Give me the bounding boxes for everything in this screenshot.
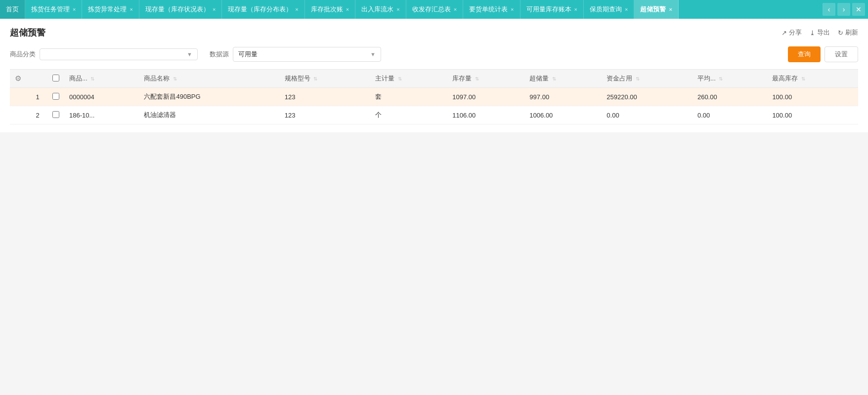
refresh-button[interactable]: ↻ 刷新 xyxy=(838,28,858,37)
col-overstock-qty[interactable]: 超储量 ⇅ xyxy=(524,70,602,88)
nav-receive-send[interactable]: 收发存汇总表 × xyxy=(406,0,463,19)
nav-exception[interactable]: 拣货异常处理 × xyxy=(82,0,139,19)
nav-stock-status-close[interactable]: × xyxy=(213,6,216,12)
nav-task-mgmt-label: 拣货任务管理 xyxy=(31,5,70,14)
export-icon: ⤓ xyxy=(810,29,815,37)
page-title: 超储预警 xyxy=(10,27,45,39)
row-avg-cell: 0.00 xyxy=(693,106,767,124)
row-unit-cell: 个 xyxy=(370,106,447,124)
sort-max-stock-icon: ⇅ xyxy=(801,76,805,81)
row-capital-cell: 0.00 xyxy=(602,106,693,124)
row-stock-qty-cell: 1106.00 xyxy=(447,106,524,124)
page-header: 超储预警 ↗ 分享 ⤓ 导出 ↻ 刷新 xyxy=(10,27,858,39)
nav-quality-date[interactable]: 保质期查询 × xyxy=(584,0,634,19)
nav-home-label: 首页 xyxy=(6,5,19,14)
nav-controls: ‹ › ✕ xyxy=(823,3,868,16)
col-checkbox xyxy=(47,70,64,88)
settings-button[interactable]: 设置 xyxy=(825,46,858,62)
query-button[interactable]: 查询 xyxy=(788,46,821,62)
col-avg[interactable]: 平均... ⇅ xyxy=(693,70,767,88)
datasource-filter-label: 数据源 xyxy=(210,50,229,59)
col-stock-qty[interactable]: 库存量 ⇅ xyxy=(447,70,524,88)
sort-unit-icon: ⇅ xyxy=(398,76,402,81)
nav-inout-flow-label: 出入库流水 xyxy=(361,5,393,14)
row-stock-qty-cell: 1097.00 xyxy=(447,88,524,106)
datasource-filter: 数据源 可用量 ▼ xyxy=(210,47,381,62)
col-product-code[interactable]: 商品... ⇅ xyxy=(64,70,139,88)
nav-order-stat-label: 要货单统计表 xyxy=(469,5,508,14)
nav-overstock-close[interactable]: × xyxy=(669,6,672,12)
header-actions: ↗ 分享 ⤓ 导出 ↻ 刷新 xyxy=(781,28,858,37)
refresh-label: 刷新 xyxy=(845,28,858,37)
category-select[interactable]: ▼ xyxy=(40,48,198,60)
nav-exception-label: 拣货异常处理 xyxy=(88,5,127,14)
table-header-row: ⚙ 商品... ⇅ 商品名称 ⇅ 规格型号 ⇅ xyxy=(10,70,858,88)
col-capital[interactable]: 资金占用 ⇅ xyxy=(602,70,693,88)
nav-order-stat[interactable]: 要货单统计表 × xyxy=(463,0,520,19)
nav-available-close[interactable]: × xyxy=(574,6,577,12)
col-product-name-label: 商品名称 xyxy=(144,75,170,82)
datasource-select-value: 可用量 xyxy=(238,50,258,59)
row-unit-cell: 套 xyxy=(370,88,447,106)
nav-inout-flow[interactable]: 出入库流水 × xyxy=(355,0,406,19)
category-filter: 商品分类 ▼ xyxy=(10,48,198,60)
row-max-stock-cell: 100.00 xyxy=(767,106,858,124)
chevron-down-icon: ▼ xyxy=(187,51,192,57)
datasource-chevron-icon: ▼ xyxy=(370,51,376,57)
nav-stock-status[interactable]: 现存量（库存状况表） × xyxy=(139,0,222,19)
nav-stock-dist-close[interactable]: × xyxy=(295,6,298,12)
row-gear-cell xyxy=(10,88,28,106)
nav-batch-close[interactable]: × xyxy=(346,6,349,12)
sort-overstock-qty-icon: ⇅ xyxy=(552,76,556,81)
nav-home[interactable]: 首页 xyxy=(0,0,25,19)
share-button[interactable]: ↗ 分享 xyxy=(781,28,802,37)
nav-inout-flow-close[interactable]: × xyxy=(396,6,399,12)
row-overstock-qty-cell: 997.00 xyxy=(524,88,602,106)
nav-stock-dist-label: 现存量（库存分布表） xyxy=(228,5,292,14)
nav-prev-button[interactable]: ‹ xyxy=(823,3,835,16)
row-no-cell: 1 xyxy=(28,88,47,106)
datasource-select[interactable]: 可用量 ▼ xyxy=(233,47,381,62)
export-label: 导出 xyxy=(817,28,830,37)
row-checkbox-cell xyxy=(47,106,64,124)
row-capital-cell: 259220.00 xyxy=(602,88,693,106)
share-label: 分享 xyxy=(789,28,802,37)
sort-product-code-icon: ⇅ xyxy=(90,76,94,81)
nav-exception-close[interactable]: × xyxy=(130,6,132,12)
row-checkbox[interactable] xyxy=(52,111,59,118)
col-unit-label: 主计量 xyxy=(375,75,394,82)
row-no-cell: 2 xyxy=(28,106,47,124)
row-gear-cell xyxy=(10,106,28,124)
row-checkbox[interactable] xyxy=(52,93,59,100)
nav-batch[interactable]: 库存批次账 × xyxy=(305,0,355,19)
export-button[interactable]: ⤓ 导出 xyxy=(810,28,830,37)
nav-order-stat-close[interactable]: × xyxy=(511,6,514,12)
col-overstock-qty-label: 超储量 xyxy=(529,75,549,82)
col-spec-label: 规格型号 xyxy=(285,75,310,82)
settings-icon[interactable]: ⚙ xyxy=(15,74,21,82)
select-all-checkbox[interactable] xyxy=(52,75,59,81)
nav-task-mgmt[interactable]: 拣货任务管理 × xyxy=(25,0,82,19)
col-stock-qty-label: 库存量 xyxy=(452,75,472,82)
nav-quality-date-label: 保质期查询 xyxy=(590,5,622,14)
col-max-stock[interactable]: 最高库存 ⇅ xyxy=(767,70,858,88)
sort-stock-qty-icon: ⇅ xyxy=(475,76,479,81)
table-row: 2 186-10... 机油滤清器 123 个 1106.00 1006.00 … xyxy=(10,106,858,124)
nav-next-button[interactable]: › xyxy=(837,3,850,16)
sort-capital-icon: ⇅ xyxy=(636,76,640,81)
row-avg-cell: 260.00 xyxy=(693,88,767,106)
nav-available[interactable]: 可用量库存账本 × xyxy=(521,0,584,19)
col-capital-label: 资金占用 xyxy=(607,75,632,82)
nav-close-all-button[interactable]: ✕ xyxy=(852,3,865,16)
col-product-name[interactable]: 商品名称 ⇅ xyxy=(139,70,279,88)
col-unit[interactable]: 主计量 ⇅ xyxy=(370,70,447,88)
nav-overstock[interactable]: 超储预警 × xyxy=(634,0,678,19)
row-overstock-qty-cell: 1006.00 xyxy=(524,106,602,124)
row-product-code-cell: 0000004 xyxy=(64,88,139,106)
nav-stock-dist[interactable]: 现存量（库存分布表） × xyxy=(222,0,304,19)
nav-receive-send-close[interactable]: × xyxy=(454,6,457,12)
nav-quality-date-close[interactable]: × xyxy=(625,6,628,12)
nav-task-mgmt-close[interactable]: × xyxy=(73,6,76,12)
row-product-name-cell: 六配套新昌490BPG xyxy=(139,88,279,106)
col-spec[interactable]: 规格型号 ⇅ xyxy=(280,70,371,88)
